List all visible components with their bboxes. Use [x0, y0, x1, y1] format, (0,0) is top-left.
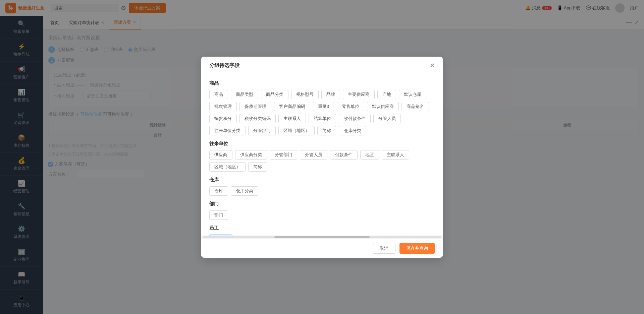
- field-tag[interactable]: 零售单位: [337, 102, 364, 111]
- section-department: 部门 部门: [209, 201, 435, 220]
- field-tag[interactable]: 默认仓库: [399, 90, 426, 99]
- field-tag[interactable]: 重量3: [313, 102, 334, 111]
- field-tag[interactable]: 商品分类: [261, 90, 288, 99]
- field-tag[interactable]: 批次管理: [209, 102, 237, 111]
- confirm-btn[interactable]: 保存并查询: [399, 243, 435, 254]
- section-product-title: 商品: [209, 80, 435, 86]
- section-partner-title: 往来单位: [209, 141, 435, 147]
- scrollbar-thumb: [274, 236, 370, 238]
- field-tag[interactable]: 结算单位: [309, 114, 336, 123]
- field-tag[interactable]: 分管人员: [300, 150, 327, 160]
- section-employee-title: 员工: [209, 225, 435, 231]
- field-tag[interactable]: 部门: [209, 210, 228, 220]
- field-tag[interactable]: 保质期管理: [239, 102, 271, 111]
- field-tag[interactable]: 主联系人: [382, 150, 409, 160]
- field-tag[interactable]: 付款条件: [330, 150, 358, 160]
- field-tag[interactable]: 供应商分类: [235, 150, 267, 160]
- field-tag[interactable]: 分管部门: [270, 150, 297, 160]
- section-warehouse-title: 仓库: [209, 177, 435, 183]
- field-tag[interactable]: 简称: [317, 126, 336, 135]
- field-tag[interactable]: 仓库分类: [339, 126, 366, 135]
- product-fields-grid: 商品 商品类型 商品分类 规格型号 品牌 主要供应商 产地 默认仓库 批次管理 …: [209, 90, 435, 135]
- field-tag[interactable]: 主要供应商: [343, 90, 375, 99]
- cancel-btn[interactable]: 取消: [373, 243, 395, 254]
- field-tag[interactable]: 客户商品编码: [274, 102, 310, 111]
- field-tag[interactable]: 地区: [360, 150, 379, 160]
- field-tag[interactable]: 品牌: [321, 90, 340, 99]
- field-tag[interactable]: 区域（地区）: [278, 126, 315, 135]
- field-tag[interactable]: 主联系人: [278, 114, 306, 123]
- dialog-scrollbar[interactable]: [201, 236, 443, 239]
- section-product: 商品 商品 商品类型 商品分类 规格型号 品牌 主要供应商 产地 默认仓库 批次…: [209, 80, 435, 135]
- field-tag[interactable]: 区域（地区）: [209, 162, 246, 172]
- department-fields-grid: 部门: [209, 210, 435, 220]
- field-tag[interactable]: 税收分类编码: [239, 114, 276, 123]
- field-tag[interactable]: 拣货积分: [209, 114, 237, 123]
- field-select-dialog: 分组待选字段 ✕ 商品 商品 商品类型 商品分类 规格型号 品牌 主要供应商 产…: [201, 57, 443, 258]
- section-warehouse: 仓库 仓库 仓库分类: [209, 177, 435, 196]
- field-tag[interactable]: 商品别名: [401, 102, 429, 111]
- field-tag[interactable]: 往来单位分类: [209, 126, 246, 135]
- scrollbar-track: [203, 236, 441, 238]
- section-department-title: 部门: [209, 201, 435, 207]
- partner-fields-grid: 供应商 供应商分类 分管部门 分管人员 付款条件 地区 主联系人 区域（地区） …: [209, 150, 435, 172]
- field-tag[interactable]: 商品类型: [231, 90, 258, 99]
- field-tag[interactable]: 仓库: [209, 186, 228, 196]
- modal-overlay: 分组待选字段 ✕ 商品 商品 商品类型 商品分类 规格型号 品牌 主要供应商 产…: [0, 0, 644, 314]
- field-tag[interactable]: 规格型号: [291, 90, 319, 99]
- section-employee: 员工 业务员: [209, 225, 435, 236]
- field-tag[interactable]: 分管部门: [248, 126, 276, 135]
- dialog-body[interactable]: 商品 商品 商品类型 商品分类 规格型号 品牌 主要供应商 产地 默认仓库 批次…: [201, 75, 443, 236]
- dialog-title: 分组待选字段: [209, 62, 239, 69]
- dialog-close-btn[interactable]: ✕: [430, 62, 435, 69]
- field-tag[interactable]: 商品: [209, 90, 228, 99]
- field-tag[interactable]: 简称: [248, 162, 267, 172]
- warehouse-fields-grid: 仓库 仓库分类: [209, 186, 435, 196]
- field-tag[interactable]: 仓库分类: [231, 186, 258, 196]
- field-tag[interactable]: 供应商: [209, 150, 232, 160]
- field-tag[interactable]: 产地: [377, 90, 396, 99]
- dialog-header: 分组待选字段 ✕: [201, 57, 443, 75]
- field-tag[interactable]: 默认供应商: [367, 102, 399, 111]
- field-tag[interactable]: 分管人员: [373, 114, 401, 123]
- field-tag[interactable]: 收付款条件: [339, 114, 371, 123]
- dialog-footer: 取消 保存并查询: [201, 239, 443, 258]
- section-partner: 往来单位 供应商 供应商分类 分管部门 分管人员 付款条件 地区 主联系人 区域…: [209, 141, 435, 172]
